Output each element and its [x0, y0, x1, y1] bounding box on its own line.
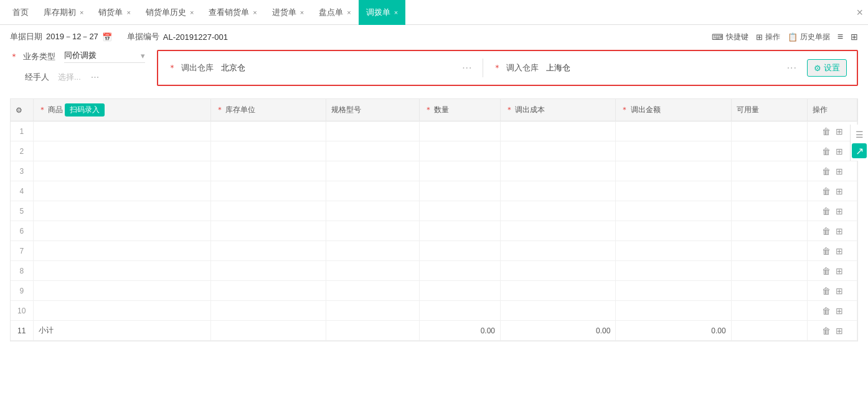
cell-qty[interactable]: [420, 141, 501, 161]
tab-transfer-order[interactable]: 调拨单 ×: [359, 0, 405, 25]
cell-spec[interactable]: [326, 261, 420, 281]
cell-amount[interactable]: [616, 241, 731, 261]
tab-inventory-open[interactable]: 库存期初 ×: [36, 0, 91, 25]
shortcut-button[interactable]: ⌨ 快捷键: [712, 32, 748, 42]
cell-cost[interactable]: [501, 141, 616, 161]
cell-amount[interactable]: [616, 141, 731, 161]
cell-unit[interactable]: [210, 221, 326, 241]
tab-close-sales-order[interactable]: ×: [126, 9, 130, 16]
cell-amount[interactable]: [616, 281, 731, 301]
cell-qty[interactable]: [420, 261, 501, 281]
cell-spec[interactable]: [326, 181, 420, 201]
row-delete-icon[interactable]: 🗑: [822, 266, 831, 276]
row-copy-icon[interactable]: ⊞: [836, 326, 843, 336]
cell-spec[interactable]: [326, 301, 420, 321]
tab-purchase-order[interactable]: 进货单 ×: [265, 0, 311, 25]
row-copy-icon[interactable]: ⊞: [836, 246, 843, 256]
cell-unit[interactable]: [210, 201, 326, 221]
cell-spec[interactable]: [326, 161, 420, 181]
out-warehouse-more-button[interactable]: ···: [462, 62, 472, 74]
cell-amount[interactable]: [616, 301, 731, 321]
cell-qty[interactable]: [420, 161, 501, 181]
tab-close-purchase-order[interactable]: ×: [300, 9, 304, 16]
cell-unit[interactable]: [210, 121, 326, 141]
sidebar-list-button[interactable]: ☰: [852, 127, 867, 142]
cell-cost[interactable]: [501, 161, 616, 181]
cell-unit[interactable]: [210, 261, 326, 281]
row-copy-icon[interactable]: ⊞: [836, 226, 843, 236]
cell-qty[interactable]: [420, 221, 501, 241]
cell-amount[interactable]: [616, 221, 731, 241]
row-copy-icon[interactable]: ⊞: [836, 146, 843, 156]
cell-cost[interactable]: [501, 201, 616, 221]
row-copy-icon[interactable]: ⊞: [836, 166, 843, 176]
cell-spec[interactable]: [326, 201, 420, 221]
cell-unit[interactable]: [210, 141, 326, 161]
cell-cost[interactable]: [501, 121, 616, 141]
row-delete-icon[interactable]: 🗑: [822, 246, 831, 256]
cell-product[interactable]: [33, 201, 210, 221]
table-settings-col[interactable]: ⚙: [11, 99, 33, 121]
cell-product[interactable]: [33, 281, 210, 301]
row-delete-icon[interactable]: 🗑: [822, 326, 831, 336]
tab-close-view-sales[interactable]: ×: [253, 9, 257, 16]
cell-product[interactable]: [33, 301, 210, 321]
cell-spec[interactable]: [326, 121, 420, 141]
row-delete-icon[interactable]: 🗑: [822, 146, 831, 156]
cell-amount[interactable]: [616, 161, 731, 181]
row-copy-icon[interactable]: ⊞: [836, 186, 843, 196]
grid-view-button[interactable]: ⊞: [851, 32, 858, 42]
row-delete-icon[interactable]: 🗑: [822, 166, 831, 176]
tab-close-inventory-open[interactable]: ×: [80, 9, 83, 16]
row-delete-icon[interactable]: 🗑: [822, 226, 831, 236]
cell-cost[interactable]: [501, 261, 616, 281]
window-close-button[interactable]: ×: [856, 6, 863, 19]
cell-product[interactable]: [33, 241, 210, 261]
person-select[interactable]: 选择...: [58, 72, 81, 83]
cell-product[interactable]: [33, 161, 210, 181]
row-copy-icon[interactable]: ⊞: [836, 306, 843, 316]
tab-close-transfer-order[interactable]: ×: [394, 9, 398, 16]
calendar-icon[interactable]: 📅: [102, 32, 112, 42]
row-delete-icon[interactable]: 🗑: [822, 306, 831, 316]
row-copy-icon[interactable]: ⊞: [836, 206, 843, 216]
cell-amount[interactable]: [616, 181, 731, 201]
cell-unit[interactable]: [210, 301, 326, 321]
biz-type-select[interactable]: 同价调拨 ▾: [64, 50, 145, 63]
tab-view-sales[interactable]: 查看销货单 ×: [201, 0, 264, 25]
scan-button[interactable]: 扫码录入: [65, 103, 105, 117]
tab-home[interactable]: 首页: [5, 0, 36, 25]
in-warehouse-more-button[interactable]: ···: [787, 62, 797, 74]
row-delete-icon[interactable]: 🗑: [822, 286, 831, 296]
cell-product[interactable]: [33, 221, 210, 241]
cell-product[interactable]: [33, 181, 210, 201]
cell-cost[interactable]: [501, 281, 616, 301]
cell-amount[interactable]: [616, 201, 731, 221]
row-delete-icon[interactable]: 🗑: [822, 126, 831, 136]
tab-inventory-count[interactable]: 盘点单 ×: [311, 0, 358, 25]
cell-amount[interactable]: [616, 261, 731, 281]
cell-unit[interactable]: [210, 161, 326, 181]
person-more-button[interactable]: ···: [91, 72, 99, 83]
cell-cost[interactable]: [501, 301, 616, 321]
cell-cost[interactable]: [501, 181, 616, 201]
sidebar-export-button[interactable]: ↗: [852, 143, 867, 158]
cell-qty[interactable]: [420, 201, 501, 221]
cell-cost[interactable]: [501, 221, 616, 241]
row-copy-icon[interactable]: ⊞: [836, 266, 843, 276]
cell-amount[interactable]: [616, 121, 731, 141]
history-button[interactable]: 📋 历史单据: [788, 32, 830, 42]
cell-spec[interactable]: [326, 141, 420, 161]
operate-button[interactable]: ⊞ 操作: [756, 32, 780, 42]
tab-close-inventory-count[interactable]: ×: [347, 9, 351, 16]
cell-product[interactable]: [33, 141, 210, 161]
cell-cost[interactable]: [501, 241, 616, 261]
row-copy-icon[interactable]: ⊞: [836, 286, 843, 296]
cell-qty[interactable]: [420, 121, 501, 141]
cell-qty[interactable]: [420, 301, 501, 321]
cell-spec[interactable]: [326, 281, 420, 301]
cell-unit[interactable]: [210, 181, 326, 201]
tab-close-sales-history[interactable]: ×: [190, 9, 194, 16]
cell-qty[interactable]: [420, 181, 501, 201]
row-delete-icon[interactable]: 🗑: [822, 206, 831, 216]
